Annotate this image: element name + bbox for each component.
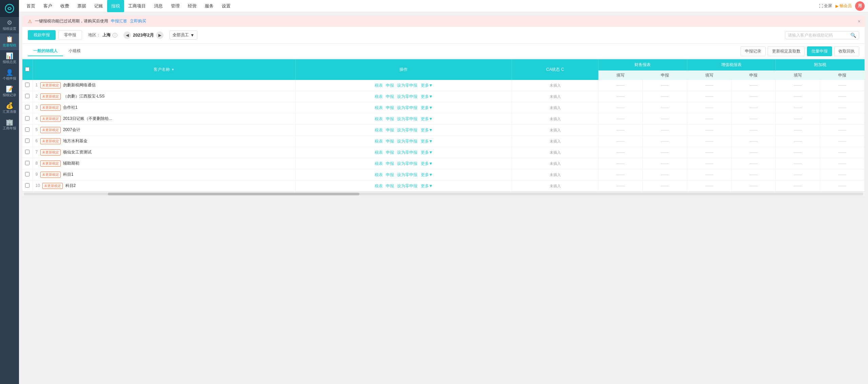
op-declare-9[interactable]: 申报 [386,184,394,188]
sidebar-item-settlement[interactable]: 💰 汇算清缴 [0,100,19,116]
date-prev-button[interactable]: ◀ [123,31,131,39]
tab-zero-declare[interactable]: 零申报 [58,30,82,40]
op-tax-table-6[interactable]: 税表 [375,150,383,155]
op-declare-1[interactable]: 申报 [386,94,394,99]
op-more-5[interactable]: 更多▼ [421,139,433,144]
op-tax-table-0[interactable]: 税表 [375,83,383,88]
batch-declare-button[interactable]: 批量申报 [807,46,832,56]
op-more-6[interactable]: 更多▼ [421,150,433,155]
op-tax-table-5[interactable]: 税表 [375,139,383,144]
nav-business[interactable]: 工商项目 [124,0,150,12]
nav-bookkeeping[interactable]: 记账 [90,0,107,12]
trial-link-buy[interactable]: 立即购买 [130,18,146,24]
op-zero-declare-0[interactable]: 设为零申报 [397,83,417,88]
row-checkbox-input-5[interactable] [25,138,29,143]
op-declare-8[interactable]: 申报 [386,172,394,177]
nav-client[interactable]: 客户 [39,0,56,12]
op-more-9[interactable]: 更多▼ [421,184,433,188]
sidebar-item-tax-overview[interactable]: 📊 报税总览 [0,50,19,67]
op-zero-declare-4[interactable]: 设为零申报 [397,128,417,132]
op-tax-table-3[interactable]: 税表 [375,116,383,121]
op-tax-table-7[interactable]: 税表 [375,161,383,166]
employee-select[interactable]: 全部员工 ▼ [170,30,197,40]
nav-settings[interactable]: 设置 [218,0,235,12]
op-more-4[interactable]: 更多▼ [421,128,433,132]
record-button[interactable]: 申报记录 [741,46,766,56]
sidebar-item-personal-tax[interactable]: 👤 个税申报 [0,67,19,83]
nav-home[interactable]: 首页 [22,0,39,12]
row-checkbox-input-6[interactable] [25,150,29,154]
nav-billing[interactable]: 收费 [56,0,73,12]
row-checkbox-input-2[interactable] [25,105,29,109]
op-zero-declare-6[interactable]: 设为零申报 [397,150,417,155]
op-declare-6[interactable]: 申报 [386,150,394,155]
op-tax-table-9[interactable]: 税表 [375,184,383,188]
search-input[interactable] [788,33,849,38]
row-tax-fill-8: —— [687,169,731,180]
row-checkbox-input-4[interactable] [25,127,29,132]
table-row: 5 未更新税定 2007会计 税表 申报 设为零申报 更多▼ 未插入 —— ——… [22,125,865,136]
op-declare-2[interactable]: 申报 [386,105,394,110]
update-button[interactable]: 更新税定及取数 [768,46,805,56]
nav-service[interactable]: 服务 [201,0,218,12]
user-avatar[interactable]: 用 [855,1,865,11]
op-declare-5[interactable]: 申报 [386,139,394,144]
row-checkbox-input-8[interactable] [25,172,29,176]
tab-small-scale[interactable]: 小规模 [63,46,86,56]
op-declare-7[interactable]: 申报 [386,161,394,166]
row-checkbox-input-0[interactable] [25,83,29,87]
op-declare-3[interactable]: 申报 [386,116,394,121]
op-zero-declare-2[interactable]: 设为零申报 [397,105,417,110]
op-tax-table-8[interactable]: 税表 [375,172,383,177]
row-ops-6: 税表 申报 设为零申报 更多▼ [295,147,512,158]
content-area: ⚠ 一键报税功能已过试用期，请购买后使用 申报汇签 立即购买 × 税款申报 零申… [19,12,868,384]
region-info-icon[interactable]: i [113,33,117,38]
nav-operation[interactable]: 经营 [184,0,201,12]
op-declare-4[interactable]: 申报 [386,128,394,132]
nav-tax[interactable]: 报税 [107,0,124,12]
header-checkbox [22,59,33,80]
row-checkbox-input-3[interactable] [25,116,29,121]
tab-general-taxpayer[interactable]: 一般的纳税人 [28,46,63,56]
op-more-0[interactable]: 更多▼ [421,83,433,88]
trial-text: 一键报税功能已过试用期，请购买后使用 [35,18,108,24]
tab-tax-declare[interactable]: 税款申报 [28,30,56,40]
op-more-7[interactable]: 更多▼ [421,161,433,166]
row-checkbox-input-7[interactable] [25,161,29,165]
nav-messages[interactable]: 消息 [150,0,167,12]
select-all-checkbox[interactable] [25,67,29,71]
sidebar-item-batch-tax[interactable]: 📋 批量报税 [0,34,19,50]
sidebar-item-tax-settings[interactable]: ⚙ 报税设置 [0,17,19,34]
op-zero-declare-8[interactable]: 设为零申报 [397,172,417,177]
nav-management[interactable]: 管理 [167,0,184,12]
op-more-2[interactable]: 更多▼ [421,105,433,110]
op-more-8[interactable]: 更多▼ [421,172,433,177]
op-zero-declare-5[interactable]: 设为零申报 [397,139,417,144]
row-checkbox-7 [22,158,33,169]
row-add-declare-1: —— [820,91,865,102]
trial-close-button[interactable]: × [858,19,861,24]
fullscreen-button[interactable]: ⛶ 全屏 [819,3,832,9]
scroll-bar-thumb[interactable] [108,193,360,195]
op-tax-table-1[interactable]: 税表 [375,94,383,99]
row-name-6: 杨仙女工资测试 [63,150,92,154]
op-tax-table-2[interactable]: 税表 [375,105,383,110]
row-checkbox-input-9[interactable] [25,183,29,188]
collect-button[interactable]: 收取回执 [834,46,859,56]
op-zero-declare-1[interactable]: 设为零申报 [397,94,417,99]
op-more-3[interactable]: 更多▼ [421,116,433,121]
row-checkbox-input-1[interactable] [25,94,29,98]
op-zero-declare-3[interactable]: 设为零申报 [397,116,417,121]
sidebar-item-annual-report[interactable]: 🏢 工商年报 [0,116,19,133]
op-zero-declare-9[interactable]: 设为零申报 [397,184,417,188]
search-icon[interactable]: 🔍 [850,33,856,38]
op-zero-declare-7[interactable]: 设为零申报 [397,161,417,166]
op-more-1[interactable]: 更多▼ [421,94,433,99]
sidebar-item-tax-records[interactable]: 📝 报税记录 [0,83,19,100]
upgrade-button[interactable]: ▶ 畅会员 [835,3,852,9]
date-next-button[interactable]: ▶ [156,31,163,39]
op-tax-table-4[interactable]: 税表 [375,128,383,132]
trial-link-report[interactable]: 申报汇签 [111,18,127,24]
op-declare-0[interactable]: 申报 [386,83,394,88]
nav-invoice[interactable]: 票据 [73,0,90,12]
